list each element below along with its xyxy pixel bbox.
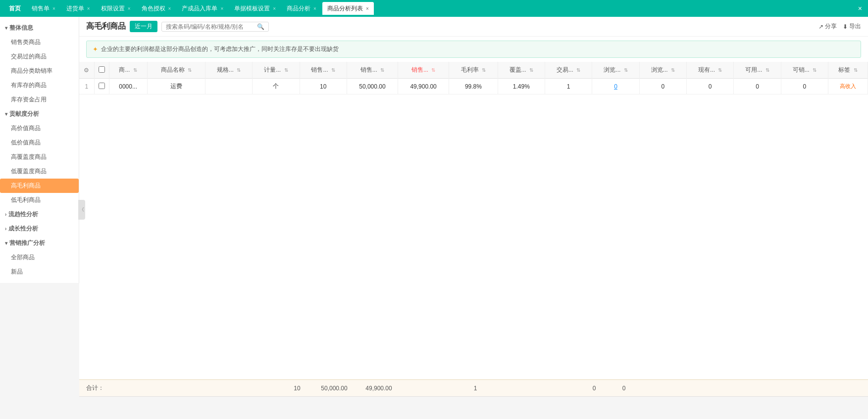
th-sales2[interactable]: 销售... ⇅	[347, 62, 398, 79]
sidebar-group-growth[interactable]: › 成长性分析	[0, 222, 79, 236]
nav-permission-label: 权限设置	[101, 4, 125, 13]
th-view1[interactable]: 浏览... ⇅	[592, 62, 639, 79]
sidebar-item-high-coverage[interactable]: 高覆盖度商品	[0, 150, 79, 164]
share-button[interactable]: ↗ 分享	[818, 22, 837, 31]
sidebar-group-marketing[interactable]: ▾ 营销推广分析	[0, 236, 79, 250]
nav-tab-analysis[interactable]: 商品分析 ×	[282, 2, 321, 15]
sort-stock1-icon[interactable]: ⇅	[718, 67, 722, 73]
th-sales3[interactable]: 销售... ⇅	[398, 62, 449, 79]
nav-tab-permission[interactable]: 权限设置 ×	[96, 2, 136, 15]
nav-tab-inbound[interactable]: 产成品入库单 ×	[177, 2, 228, 15]
header-actions: ↗ 分享 ⬇ 导出	[818, 22, 861, 31]
nav-close-analysis-list[interactable]: ×	[366, 6, 369, 11]
search-box: 🔍	[161, 22, 269, 32]
nav-close-permission[interactable]: ×	[128, 6, 131, 11]
nav-close-sales[interactable]: ×	[52, 6, 55, 11]
nav-close-all-button[interactable]: ×	[856, 4, 864, 12]
th-tag[interactable]: 标签 ⇅	[828, 62, 868, 79]
sidebar-item-low-coverage[interactable]: 低覆盖度商品	[0, 164, 79, 179]
sort-view2-icon[interactable]: ⇅	[671, 67, 675, 73]
sidebar-wrapper: ▾ 整体信息 销售类商品 交易过的商品 商品分类助销率 有库存的商品 库存资金占…	[0, 17, 79, 402]
sidebar-item-high-value[interactable]: 高价值商品	[0, 121, 79, 136]
horizontal-scrollbar[interactable]	[79, 396, 868, 402]
export-icon: ⬇	[843, 23, 848, 30]
nav-close-purchase[interactable]: ×	[87, 6, 90, 11]
cell-checkbox[interactable]	[94, 79, 109, 94]
search-icon[interactable]: 🔍	[257, 23, 264, 30]
sort-spec-icon[interactable]: ⇅	[237, 67, 241, 73]
th-unit[interactable]: 计量... ⇅	[253, 62, 300, 79]
sidebar-group-overall[interactable]: ▾ 整体信息	[0, 21, 79, 35]
sort-coverage-icon[interactable]: ⇅	[529, 67, 533, 73]
th-stock1[interactable]: 现有... ⇅	[687, 62, 734, 79]
sort-sales1-icon[interactable]: ⇅	[331, 67, 335, 73]
row-checkbox[interactable]	[99, 83, 105, 89]
sort-trade-icon[interactable]: ⇅	[576, 67, 580, 73]
th-stock2[interactable]: 可用... ⇅	[734, 62, 781, 79]
sidebar-collapse-button[interactable]: 《	[78, 200, 85, 220]
sidebar-item-traded-goods[interactable]: 交易过的商品	[0, 49, 79, 64]
page-title: 高毛利商品	[86, 21, 126, 32]
nav-close-analysis[interactable]: ×	[313, 6, 316, 11]
nav-close-template[interactable]: ×	[273, 6, 276, 11]
sort-view1-icon[interactable]: ⇅	[624, 67, 628, 73]
footer-stock3: 0	[609, 385, 639, 392]
export-button[interactable]: ⬇ 导出	[843, 22, 861, 31]
sidebar-item-high-margin[interactable]: 高毛利商品	[0, 179, 79, 193]
th-sales1[interactable]: 销售... ⇅	[300, 62, 347, 79]
sidebar-item-low-value[interactable]: 低价值商品	[0, 136, 79, 150]
sort-unit-icon[interactable]: ⇅	[284, 67, 288, 73]
th-code[interactable]: 商... ⇅	[109, 62, 147, 79]
nav-close-inbound[interactable]: ×	[220, 6, 223, 11]
sidebar-item-new-goods[interactable]: 新品	[0, 265, 79, 279]
sidebar-group-trend[interactable]: › 流趋性分析	[0, 207, 79, 222]
cell-sales3: 49,900.00	[398, 79, 449, 94]
sidebar-group-contribution[interactable]: ▾ 贡献度分析	[0, 107, 79, 121]
nav-tab-purchase[interactable]: 进货单 ×	[61, 2, 95, 15]
sidebar-item-in-stock[interactable]: 有库存的商品	[0, 78, 79, 93]
sidebar-item-low-margin[interactable]: 低毛利商品	[0, 193, 79, 207]
cell-sales1: 10	[300, 79, 347, 94]
nav-tab-role[interactable]: 角色授权 ×	[137, 2, 176, 15]
footer-sales2: 50,000.00	[312, 385, 357, 392]
nav-tab-analysis-list[interactable]: 商品分析列表 ×	[322, 2, 374, 15]
footer-sales3: 49,900.00	[357, 385, 401, 392]
sort-sales3-icon[interactable]: ⇅	[431, 67, 435, 73]
sort-name-icon[interactable]: ⇅	[188, 67, 192, 73]
nav-tab-home[interactable]: 首页	[4, 2, 26, 15]
th-checkbox[interactable]	[94, 62, 109, 79]
cell-spec	[205, 79, 252, 94]
sort-code-icon[interactable]: ⇅	[133, 67, 137, 73]
sort-tag-icon[interactable]: ⇅	[854, 67, 858, 73]
gear-icon[interactable]: ⚙	[84, 67, 89, 74]
sort-sales2-icon[interactable]: ⇅	[380, 67, 384, 73]
arrow-contribution: ▾	[5, 111, 7, 117]
th-name[interactable]: 商品名称 ⇅	[147, 62, 205, 79]
sidebar-item-all-goods[interactable]: 全部商品	[0, 250, 79, 265]
sort-stock2-icon[interactable]: ⇅	[766, 67, 769, 73]
sidebar-item-category-rate[interactable]: 商品分类助销率	[0, 64, 79, 78]
collapse-icon: 《	[79, 206, 84, 213]
th-gear[interactable]: ⚙	[79, 62, 94, 79]
search-input[interactable]	[166, 23, 255, 30]
th-coverage[interactable]: 覆盖... ⇅	[498, 62, 545, 79]
sort-margin-icon[interactable]: ⇅	[482, 67, 486, 73]
th-stock3[interactable]: 可销... ⇅	[781, 62, 828, 79]
th-trade[interactable]: 交易... ⇅	[545, 62, 592, 79]
th-spec[interactable]: 规格... ⇅	[205, 62, 252, 79]
sidebar-item-sales-goods[interactable]: 销售类商品	[0, 35, 79, 49]
select-all-checkbox[interactable]	[99, 66, 105, 73]
nav-analysis-label: 商品分析	[287, 4, 310, 13]
sort-stock3-icon[interactable]: ⇅	[813, 67, 817, 73]
nav-close-role[interactable]: ×	[168, 6, 171, 11]
data-table: ⚙ 商... ⇅ 商品名称 ⇅	[79, 62, 868, 94]
cell-name: 运费	[147, 79, 205, 94]
filter-recent-month-button[interactable]: 近一月	[130, 21, 157, 32]
th-view2[interactable]: 浏览... ⇅	[639, 62, 686, 79]
sidebar-item-stock-funds[interactable]: 库存资金占用	[0, 93, 79, 107]
nav-tab-template[interactable]: 单据模板设置 ×	[229, 2, 281, 15]
cell-view1[interactable]: 0	[592, 79, 639, 94]
cell-stock1: 0	[687, 79, 734, 94]
nav-tab-sales[interactable]: 销售单 ×	[27, 2, 60, 15]
th-margin[interactable]: 毛利率 ⇅	[449, 62, 498, 79]
